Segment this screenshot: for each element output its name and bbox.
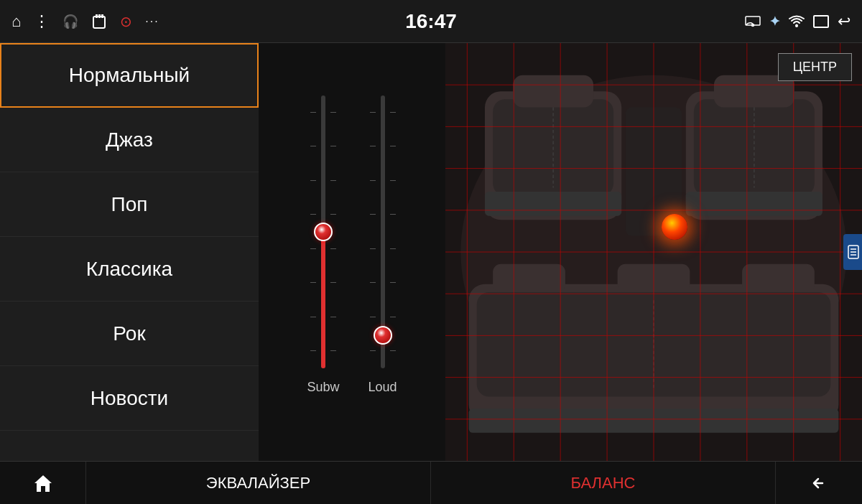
svg-rect-0 — [93, 17, 105, 28]
svg-point-6 — [795, 24, 798, 27]
centre-button[interactable]: ЦЕНТР — [778, 53, 852, 81]
loud-slider-track[interactable] — [369, 95, 397, 368]
bluetooth-icon[interactable]: ✦ — [769, 14, 780, 29]
preset-news[interactable]: Новости — [0, 366, 259, 431]
loud-slider-col: Loud — [368, 95, 397, 395]
preset-rock[interactable]: Рок — [0, 302, 259, 366]
status-bar: 16:47 ✦ — [0, 0, 862, 43]
location-icon[interactable] — [120, 13, 132, 30]
cast-icon[interactable] — [745, 16, 761, 27]
presets-panel: Нормальный Джаз Поп Классика Рок Новости — [0, 43, 259, 461]
sdcard-icon[interactable] — [91, 14, 107, 29]
subw-slider-col: Subw — [307, 95, 339, 395]
svg-point-5 — [752, 24, 754, 26]
clock-display: 16:47 — [405, 10, 457, 33]
svg-rect-2 — [98, 14, 101, 18]
svg-rect-1 — [96, 14, 98, 18]
ellipsis-icon[interactable] — [145, 15, 159, 28]
main-content: Нормальный Джаз Поп Классика Рок Новости — [0, 43, 862, 461]
preset-classic[interactable]: Классика — [0, 237, 259, 302]
back-status-icon[interactable] — [838, 12, 851, 31]
loud-label: Loud — [368, 380, 397, 395]
bottom-back-button[interactable] — [776, 462, 862, 504]
wifi-icon[interactable] — [789, 15, 805, 28]
preset-pop[interactable]: Поп — [0, 172, 259, 237]
menu-icon[interactable] — [34, 12, 50, 31]
bottom-bar: ЭКВАЛАЙЗЕР БАЛАНС — [0, 461, 862, 504]
side-panel-button[interactable] — [843, 234, 862, 270]
sliders-container: Subw — [307, 95, 397, 409]
status-bar-right: ✦ — [745, 12, 851, 31]
subw-slider-track[interactable] — [309, 95, 338, 368]
car-interior — [445, 43, 862, 461]
balance-dot[interactable] — [662, 214, 687, 240]
preset-normal[interactable]: Нормальный — [0, 43, 259, 108]
balance-button[interactable]: БАЛАНС — [431, 462, 776, 504]
preset-jazz[interactable]: Джаз — [0, 108, 259, 172]
equalizer-button[interactable]: ЭКВАЛАЙЗЕР — [86, 462, 431, 504]
headphones-icon[interactable] — [62, 14, 78, 29]
back-bottom-icon — [808, 475, 830, 492]
svg-rect-3 — [101, 14, 103, 18]
balance-panel: ЦЕНТР — [445, 43, 862, 461]
bottom-home-button[interactable] — [0, 462, 86, 504]
status-bar-left — [11, 12, 159, 31]
window-icon[interactable] — [813, 15, 829, 28]
home-icon[interactable] — [11, 12, 21, 31]
svg-rect-7 — [814, 16, 828, 27]
sliders-panel: Subw — [259, 43, 445, 461]
subw-label: Subw — [307, 380, 339, 395]
home-bottom-icon — [32, 473, 54, 493]
grid-overlay-svg — [445, 43, 862, 461]
